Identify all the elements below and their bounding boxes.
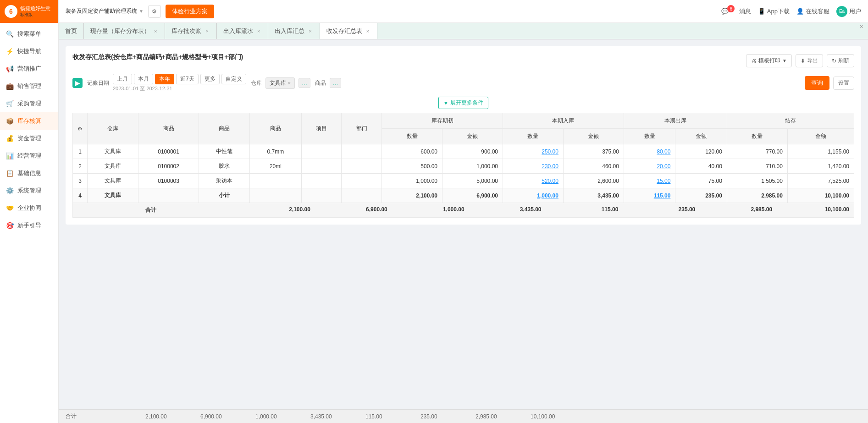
content-card: 收发存汇总表(按仓库+商品编码+商品+规格型号+项目+部门) 🖨 模板打印 ▼ … (66, 46, 861, 225)
in-amt-cell: 3,435.00 (563, 188, 624, 203)
trial-button[interactable]: 体验行业方案 (166, 5, 214, 18)
user-item[interactable]: Ea 用户 (836, 6, 861, 17)
goods-ellipsis-btn[interactable]: ... (330, 78, 342, 88)
tab-in-out-summary[interactable]: 出入库汇总 × (268, 23, 320, 39)
purchase-icon: 🛒 (6, 100, 14, 107)
main-content: 收发存汇总表(按仓库+商品编码+商品+规格型号+项目+部门) 🖨 模板打印 ▼ … (59, 39, 868, 423)
sidebar-item-label: 库存核算 (17, 117, 41, 125)
date-btn-7days[interactable]: 近7天 (176, 74, 199, 84)
col-in-qty: 数量 (503, 129, 563, 144)
expand-icon: ▼ (443, 100, 449, 106)
sidebar-item-purchase[interactable]: 🛒 采购管理 (0, 95, 58, 112)
in-qty-cell[interactable]: 1,000.00 (503, 188, 563, 203)
system-icon: ⚙️ (6, 187, 14, 194)
project-cell (301, 174, 342, 188)
table-row: 1文具库0100001中性笔0.7mm600.00900.00250.00375… (73, 144, 854, 159)
out-qty-cell[interactable]: 20.00 (624, 159, 675, 174)
sidebar-item-guide[interactable]: 🎯 新手引导 (0, 217, 58, 234)
message-item[interactable]: 💬 6 消息 (721, 7, 751, 16)
sidebar-item-search[interactable]: 🔍 搜索菜单 (0, 25, 58, 43)
sidebar-item-enterprise[interactable]: 🤝 企业协同 (0, 199, 58, 217)
tab-in-out-flow-close[interactable]: × (256, 28, 261, 34)
tab-bar-close-btn[interactable]: × (855, 23, 868, 39)
phone-icon: 📱 (758, 8, 765, 15)
code-cell: 0100003 (138, 174, 199, 188)
in-qty-cell[interactable]: 520.00 (503, 174, 563, 188)
sidebar-item-label: 资金管理 (17, 134, 41, 143)
sidebar-item-label: 系统管理 (17, 187, 41, 195)
header-settings-button[interactable]: ⚙ (148, 5, 161, 18)
filter-settings-button[interactable]: 设置 (833, 77, 854, 90)
out-amt-cell: 235.00 (675, 188, 727, 203)
open-amt-cell: 6,900.00 (442, 188, 503, 203)
out-qty-cell[interactable]: 15.00 (624, 174, 675, 188)
spec-cell: 0.7mm (250, 144, 301, 159)
warehouse-ellipsis-btn[interactable]: ... (299, 78, 310, 88)
logo-icon: 6 (5, 5, 17, 18)
expand-more-button[interactable]: ▼ 展开更多条件 (438, 97, 489, 109)
tab-batch-ledger-close[interactable]: × (204, 28, 210, 34)
bal-amt-cell: 1,420.00 (787, 159, 854, 174)
tab-inventory-dist[interactable]: 现存量（库存分布表） × (84, 23, 165, 39)
tab-home-label: 首页 (65, 27, 77, 35)
dept-cell (342, 188, 382, 203)
in-qty-cell[interactable]: 230.00 (503, 159, 563, 174)
tab-receipt-summary[interactable]: 收发存汇总表 × (320, 23, 377, 39)
filter-toggle-button[interactable]: ▶ (72, 78, 83, 88)
date-btn-this-year[interactable]: 本年 (155, 74, 174, 84)
in-qty-cell[interactable]: 250.00 (503, 144, 563, 159)
sidebar-item-quick-nav[interactable]: ⚡ 快捷导航 (0, 43, 58, 60)
seq-cell: 1 (73, 144, 88, 159)
sidebar-item-system[interactable]: ⚙️ 系统管理 (0, 182, 58, 199)
tab-in-out-summary-close[interactable]: × (307, 28, 313, 34)
tab-inventory-dist-close[interactable]: × (153, 28, 158, 34)
tab-home[interactable]: 首页 (59, 23, 84, 39)
open-qty-cell: 1,000.00 (382, 174, 442, 188)
warehouse-tag: 文具库 × (265, 77, 295, 89)
sidebar-item-inventory[interactable]: 📦 库存核算 (0, 112, 58, 130)
bal-amt-cell: 10,100.00 (787, 188, 854, 203)
app-download-label: App下载 (767, 7, 790, 16)
bal-qty-cell: 1,505.00 (727, 174, 787, 188)
col-group-opening: 库存期初 (382, 113, 503, 129)
query-button[interactable]: 查询 (805, 76, 829, 90)
name-cell: 胶水 (199, 159, 250, 174)
tab-in-out-flow[interactable]: 出入库流水 × (217, 23, 268, 39)
system-dropdown[interactable]: 装备及固定资产辅助管理系统 ▼ (66, 7, 144, 15)
col-bal-amt: 金额 (787, 129, 854, 144)
tab-receipt-summary-close[interactable]: × (365, 28, 370, 34)
refresh-button[interactable]: ↻ 刷新 (827, 54, 854, 67)
quick-nav-icon: ⚡ (6, 48, 14, 55)
dropdown-icon: ▼ (782, 58, 787, 63)
date-btn-this-month[interactable]: 本月 (134, 74, 153, 84)
sidebar-item-operations[interactable]: 📊 经营管理 (0, 147, 58, 165)
warehouse-tag-close[interactable]: × (288, 80, 291, 86)
sidebar-item-finance[interactable]: 💰 资金管理 (0, 130, 58, 147)
date-btn-last-month[interactable]: 上月 (113, 74, 132, 84)
out-qty-cell[interactable]: 115.00 (624, 188, 675, 203)
inventory-icon: 📦 (6, 117, 14, 125)
sales-icon: 💼 (6, 82, 14, 90)
table-footer: 合计 2,100.00 6,900.00 1,000.00 3,435.00 1… (72, 203, 854, 218)
out-qty-cell[interactable]: 80.00 (624, 144, 675, 159)
footer-bal-qty: 2,985.00 (695, 206, 772, 214)
tab-batch-ledger[interactable]: 库存批次账 × (165, 23, 216, 39)
template-print-button[interactable]: 🖨 模板打印 ▼ (746, 54, 792, 67)
date-btn-more[interactable]: 更多 (200, 74, 220, 84)
app-download-item[interactable]: 📱 App下载 (758, 7, 790, 16)
bottom-open-amt: 6,900.00 (200, 413, 255, 420)
in-amt-cell: 460.00 (563, 159, 624, 174)
online-service-item[interactable]: 👤 在线客服 (796, 7, 829, 16)
date-btn-custom[interactable]: 自定义 (221, 74, 246, 84)
sidebar-item-marketing[interactable]: 📢 营销推广 (0, 60, 58, 77)
sidebar-item-basic-info[interactable]: 📋 基础信息 (0, 165, 58, 182)
sidebar-item-sales[interactable]: 💼 销售管理 (0, 77, 58, 95)
col-settings-header: ⚙ (73, 113, 88, 144)
date-range-display: 2023-01-01 至 2023-12-31 (113, 85, 246, 92)
bottom-out-amt: 235.00 (420, 413, 475, 420)
dept-cell (342, 144, 382, 159)
export-button[interactable]: ⬇ 导出 (796, 54, 823, 67)
seq-cell: 4 (73, 188, 88, 203)
out-amt-cell: 40.00 (675, 159, 727, 174)
open-amt-cell: 5,000.00 (442, 174, 503, 188)
